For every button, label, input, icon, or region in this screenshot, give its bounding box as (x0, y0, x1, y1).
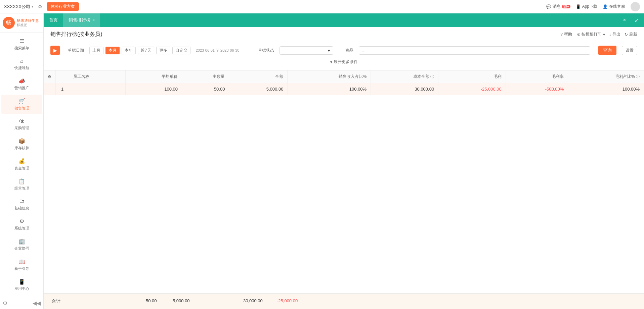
sidebar-label-basic: 基础信息 (14, 206, 29, 211)
footer-gross: -25,000.00 (273, 296, 306, 306)
date-btn-this-year[interactable]: 本年 (122, 47, 136, 54)
date-btn-this-month[interactable]: 本月 (105, 47, 120, 54)
expand-more-button[interactable]: ▾ 展开更多条件 (328, 57, 360, 67)
export-icon: ↓ (609, 32, 611, 37)
export-button[interactable]: ↓ 导出 (609, 32, 620, 37)
company-selector[interactable]: XXXXXX公司 ▾ (4, 4, 33, 10)
sidebar-label-enterprise: 企业协同 (14, 246, 29, 251)
col-rank (56, 70, 69, 83)
guide-icon: 📖 (18, 258, 25, 265)
top-right-actions: 💬 消息 99+ 📱 App下载 👤 在线客服 (546, 2, 640, 11)
top-bar: XXXXXX公司 ▾ ⚙ 体验行业方案 💬 消息 99+ 📱 App下载 👤 在… (0, 0, 644, 13)
help-button[interactable]: ? 帮助 (560, 32, 572, 37)
sidebar-item-apps[interactable]: 📱 应用中心 (1, 275, 42, 295)
inventory-icon: 📦 (18, 138, 25, 144)
col-gross: 毛利 (438, 70, 506, 83)
company-name: XXXXXX公司 (4, 4, 30, 10)
refresh-icon: ↻ (625, 32, 628, 37)
col-name: 员工名称 (69, 70, 126, 83)
query-button[interactable]: 查询 (598, 46, 616, 55)
online-service-button[interactable]: 👤 在线客服 (603, 4, 625, 9)
sidebar-label-operation: 经营管理 (14, 186, 29, 191)
service-label: 在线客服 (609, 4, 625, 9)
date-btn-more[interactable]: 更多 (156, 47, 170, 54)
sidebar: 畅 畅康通好生意 标准版 ☰ 搜索菜单 ⌂ 快捷导航 📣 营销推广 🛒 销售管理 (0, 13, 44, 309)
page-content: 销售排行榜(按业务员) ? 帮助 🖨 按模板打印 ▾ ↓ 导出 (44, 27, 644, 309)
table-row: 1 100.00 50.00 5,000.00 100.00% 30,000.0… (44, 83, 644, 95)
cell-qty: 50.00 (182, 83, 229, 95)
footer-avg-price (115, 296, 142, 306)
col-qty: 主数量 (182, 70, 229, 83)
print-chevron-icon: ▾ (603, 32, 605, 37)
sidebar-item-operation[interactable]: 📋 经营管理 (1, 175, 42, 194)
sidebar-settings-button[interactable]: ⚙ (3, 300, 7, 306)
sidebar-item-shortcut[interactable]: ⌂ 快捷导航 (1, 55, 42, 74)
help-label: 帮助 (564, 32, 572, 37)
sidebar-item-sales[interactable]: 🛒 销售管理 (1, 95, 42, 114)
sidebar-item-search[interactable]: ☰ 搜索菜单 (1, 35, 42, 54)
message-button[interactable]: 💬 消息 99+ (546, 4, 570, 9)
sidebar-nav: ☰ 搜索菜单 ⌂ 快捷导航 📣 营销推广 🛒 销售管理 🛍 采购管理 📦 库 (0, 33, 43, 297)
avatar[interactable] (631, 2, 640, 11)
settings-icon[interactable]: ⚙ (36, 3, 44, 11)
sidebar-footer: ⚙ ◀◀ (0, 297, 43, 309)
tab-close-icon[interactable]: × (92, 18, 95, 22)
sidebar-item-marketing[interactable]: 📣 营销推广 (1, 74, 42, 94)
page-header: 销售排行榜(按业务员) ? 帮助 🖨 按模板打印 ▾ ↓ 导出 (44, 27, 644, 42)
footer-cells: 合计 50.00 5,000.00 30,000.00 -25,000.00 (48, 296, 640, 306)
sidebar-label-guide: 新手引导 (14, 266, 29, 271)
cost-help-icon[interactable]: ⓘ (430, 74, 434, 79)
col-avg-price: 平均单价 (126, 70, 182, 83)
data-table: ⚙ 员工名称 平均单价 主数量 全额 销售收入占比% 成本全额 ⓘ 毛利 (44, 70, 644, 95)
industry-button[interactable]: 体验行业方案 (47, 2, 79, 11)
table-area: ⚙ 员工名称 平均单价 主数量 全额 销售收入占比% 成本全额 ⓘ 毛利 (44, 70, 644, 293)
cell-settings[interactable] (44, 83, 56, 95)
col-settings[interactable]: ⚙ (44, 70, 56, 83)
refresh-button[interactable]: ↻ 刷新 (625, 32, 637, 37)
print-button[interactable]: 🖨 按模板打印 ▾ (576, 32, 605, 37)
filter-row-1: ▶ 单据日期 上月 本月 本年 近7天 更多 自定义 2023-06-01 至 … (50, 46, 637, 55)
footer-label: 合计 (48, 296, 115, 306)
footer-cost: 30,000.00 (239, 296, 273, 306)
marketing-icon: 📣 (18, 78, 25, 84)
table-footer: 合计 50.00 5,000.00 30,000.00 -25,000.00 (44, 293, 644, 309)
goods-filter-input[interactable]: ... (359, 46, 590, 55)
tab-restore-button[interactable]: ⤢ (632, 15, 641, 25)
col-sales-pct: 销售收入占比% (288, 70, 371, 83)
sidebar-collapse-button[interactable]: ◀◀ (33, 300, 41, 306)
col-gross-pct: 毛利占比% ⓘ (568, 70, 644, 83)
tab-home[interactable]: 首页 (44, 13, 63, 27)
footer-qty: 50.00 (142, 296, 169, 306)
sidebar-item-finance[interactable]: 💰 资金管理 (1, 155, 42, 174)
date-btn-7days[interactable]: 近7天 (138, 47, 154, 54)
settings-button[interactable]: 设置 (622, 46, 637, 55)
sidebar-item-purchase[interactable]: 🛍 采购管理 (1, 115, 42, 134)
service-icon: 👤 (603, 4, 608, 9)
sidebar-item-guide[interactable]: 📖 新手引导 (1, 255, 42, 274)
app-icon: 📱 (576, 4, 581, 9)
sidebar-item-enterprise[interactable]: 🏢 企业协同 (1, 235, 42, 254)
tab-close-window-button[interactable]: × (620, 15, 629, 25)
filter-expand-arrow[interactable]: ▶ (50, 46, 60, 55)
date-btn-last-month[interactable]: 上月 (89, 47, 103, 54)
sidebar-item-system[interactable]: ⚙ 系统管理 (1, 215, 42, 234)
tab-bar: 首页 销售排行榜 × × ⤢ (44, 13, 644, 27)
tab-sales-rank[interactable]: 销售排行榜 × (63, 13, 100, 27)
footer-sales-pct (202, 296, 239, 306)
date-btn-custom[interactable]: 自定义 (172, 47, 190, 54)
goods-placeholder: ... (362, 48, 366, 53)
date-filters: 上月 本月 本年 近7天 更多 自定义 (89, 47, 190, 54)
sidebar-item-inventory[interactable]: 📦 库存核算 (1, 135, 42, 154)
gross-pct-help-icon[interactable]: ⓘ (636, 74, 640, 79)
sidebar-label-shortcut: 快捷导航 (14, 65, 29, 70)
sidebar-label-system: 系统管理 (14, 226, 29, 231)
app-download-button[interactable]: 📱 App下载 (576, 4, 597, 9)
table-body: 1 100.00 50.00 5,000.00 100.00% 30,000.0… (44, 83, 644, 95)
purchase-icon: 🛍 (19, 118, 25, 124)
cell-amount: 5,000.00 (229, 83, 288, 95)
status-filter-label: 单据状态 (258, 48, 274, 53)
search-menu-icon: ☰ (19, 38, 24, 44)
sidebar-item-basic[interactable]: 🗂 基础信息 (1, 195, 42, 214)
apps-icon: 📱 (18, 278, 25, 285)
status-filter-select[interactable]: ▾ (280, 46, 333, 55)
